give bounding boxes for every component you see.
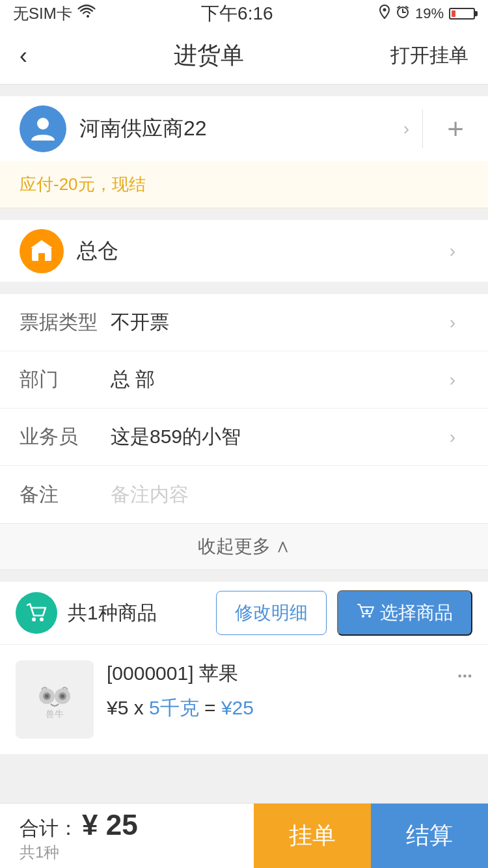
battery-level: 19% xyxy=(415,5,444,22)
footer: 合计： ¥ 25 共1种 挂单 结算 xyxy=(0,803,488,868)
product-code: [0000001] xyxy=(107,662,193,684)
edit-detail-button[interactable]: 修改明细 xyxy=(216,591,327,635)
svg-point-0 xyxy=(383,8,386,12)
supplier-card: 河南供应商22 › + 应付-20元，现结 xyxy=(0,96,488,208)
status-right: 19% xyxy=(379,5,475,23)
total-sub: 共1种 xyxy=(20,842,138,863)
product-title-name: 苹果 xyxy=(199,662,238,684)
product-info: [0000001] 苹果 ¥5 x 5千克 = ¥25 xyxy=(107,660,444,722)
collapse-bar[interactable]: 收起更多 ∧ xyxy=(0,523,488,570)
section-divider-4 xyxy=(0,570,488,582)
salesman-row[interactable]: 业务员 这是859的小智 › xyxy=(0,409,488,466)
invoice-row[interactable]: 票据类型 不开票 › xyxy=(0,294,488,351)
svg-line-5 xyxy=(406,7,408,8)
product-equal: = xyxy=(199,697,221,718)
product-price: ¥5 x 5千克 = ¥25 xyxy=(107,695,444,722)
supplier-chevron-icon: › xyxy=(390,118,422,139)
product-count-label: 共1种商品 xyxy=(68,600,206,627)
total-amount: ¥ 25 xyxy=(82,809,138,841)
remark-input[interactable]: 备注内容 xyxy=(111,481,468,508)
warehouse-icon xyxy=(20,229,64,273)
department-chevron-icon: › xyxy=(437,370,468,390)
status-bar: 无SIM卡 下午6:16 19% xyxy=(0,0,488,27)
product-item: 兽牛 [0000001] 苹果 ¥5 x 5千克 = ¥25 ··· xyxy=(0,644,488,754)
svg-point-10 xyxy=(32,617,36,621)
back-button[interactable]: ‹ xyxy=(20,42,27,70)
product-count-icon xyxy=(16,592,57,634)
warehouse-card: 总仓 › xyxy=(0,220,488,282)
status-time: 下午6:16 xyxy=(201,1,273,26)
svg-text:兽牛: 兽牛 xyxy=(46,709,64,719)
salesman-value: 这是859的小智 xyxy=(111,424,437,450)
wifi-icon xyxy=(77,5,96,23)
product-quantity: 5千克 xyxy=(149,697,199,718)
salesman-label: 业务员 xyxy=(20,424,111,450)
svg-marker-8 xyxy=(31,240,53,248)
status-left: 无SIM卡 xyxy=(13,3,96,24)
form-card: 票据类型 不开票 › 部门 总 部 › 业务员 这是859的小智 › 备注 备注… xyxy=(0,294,488,523)
svg-point-13 xyxy=(368,615,371,617)
alarm-icon xyxy=(396,5,410,23)
page-title: 进货单 xyxy=(174,40,244,72)
hang-button[interactable]: 挂单 xyxy=(254,804,371,868)
remark-label: 备注 xyxy=(20,481,111,508)
battery-icon xyxy=(449,8,475,20)
department-row[interactable]: 部门 总 部 › xyxy=(0,351,488,409)
collapse-label: 收起更多 ∧ xyxy=(198,534,291,559)
footer-total-section: 合计： ¥ 25 共1种 xyxy=(0,804,254,868)
select-product-button[interactable]: 选择商品 xyxy=(337,590,472,636)
total-label: 合计： xyxy=(20,815,78,842)
product-header: 共1种商品 修改明细 选择商品 xyxy=(0,582,488,644)
department-value: 总 部 xyxy=(111,366,437,393)
location-icon xyxy=(379,5,390,23)
salesman-chevron-icon: › xyxy=(437,427,468,448)
add-supplier-button[interactable]: + xyxy=(423,96,488,161)
supplier-avatar xyxy=(20,105,66,152)
carrier-label: 无SIM卡 xyxy=(13,3,72,24)
remark-row[interactable]: 备注 备注内容 xyxy=(0,466,488,523)
svg-point-12 xyxy=(362,615,364,617)
notice-bar: 应付-20元，现结 xyxy=(0,161,488,208)
section-divider-1 xyxy=(0,85,488,96)
notice-text: 应付-20元，现结 xyxy=(20,174,146,194)
nav-bar: ‹ 进货单 打开挂单 xyxy=(0,27,488,85)
invoice-label: 票据类型 xyxy=(20,309,111,336)
invoice-chevron-icon: › xyxy=(437,312,468,333)
supplier-row[interactable]: 河南供应商22 › + xyxy=(0,96,488,161)
department-label: 部门 xyxy=(20,366,111,393)
product-total-price: ¥25 xyxy=(221,697,254,718)
product-unit-price: ¥5 x xyxy=(107,697,149,718)
section-divider-3 xyxy=(0,282,488,294)
warehouse-chevron-icon: › xyxy=(437,241,468,262)
checkout-button[interactable]: 结算 xyxy=(371,804,488,868)
product-thumbnail: 兽牛 xyxy=(16,660,94,739)
supplier-name: 河南供应商22 xyxy=(79,115,390,143)
warehouse-row[interactable]: 总仓 › xyxy=(0,220,488,282)
open-hang-button[interactable]: 打开挂单 xyxy=(390,42,468,69)
invoice-value: 不开票 xyxy=(111,309,437,336)
product-name: [0000001] 苹果 xyxy=(107,660,444,687)
svg-rect-9 xyxy=(38,253,45,261)
cart-icon xyxy=(357,603,375,623)
section-divider-2 xyxy=(0,208,488,220)
svg-point-21 xyxy=(61,694,64,698)
svg-point-20 xyxy=(45,694,49,698)
svg-point-6 xyxy=(37,118,49,129)
select-product-label: 选择商品 xyxy=(380,601,453,625)
svg-line-4 xyxy=(398,7,400,8)
svg-point-11 xyxy=(40,617,44,621)
product-more-button[interactable]: ··· xyxy=(457,660,472,686)
warehouse-name: 总仓 xyxy=(77,237,437,265)
